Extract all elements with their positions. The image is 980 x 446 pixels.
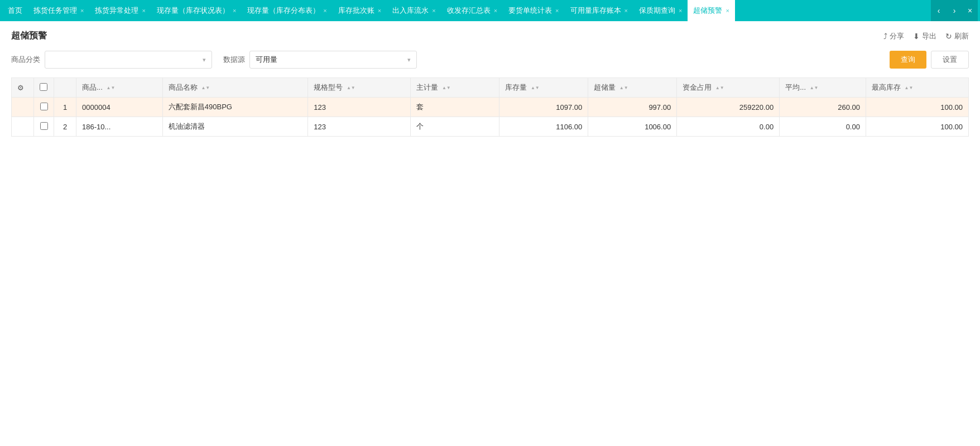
nav-close-order-stats[interactable]: × <box>555 7 559 14</box>
share-action[interactable]: ⤴ 分享 <box>883 31 904 41</box>
sort-icon-stock-qty: ▲▼ <box>531 86 540 90</box>
td-max-stock-0: 100.00 <box>866 98 968 117</box>
filter-row: 商品分类 ▾ 数据源 可用量 ▾ 查询 设置 <box>11 51 969 69</box>
th-gear[interactable]: ⚙ <box>12 78 34 98</box>
header-actions: ⤴ 分享 ⬇ 导出 ↻ 刷新 <box>883 31 969 41</box>
td-gear-0 <box>12 98 34 117</box>
category-chevron-icon: ▾ <box>203 56 206 64</box>
td-unit-0: 套 <box>411 98 499 117</box>
td-product-code-0: 0000004 <box>76 98 163 117</box>
datasource-filter-label: 数据源 <box>223 55 245 65</box>
category-filter-label: 商品分类 <box>11 55 40 65</box>
th-max-stock[interactable]: 最高库存 ▲▼ <box>866 78 968 98</box>
settings-button[interactable]: 设置 <box>931 51 969 69</box>
nav-prev-button[interactable]: ‹ <box>931 0 947 21</box>
category-select[interactable]: ▾ <box>45 51 212 69</box>
nav-available-ledger[interactable]: 可用量库存账本 × <box>565 0 633 21</box>
datasource-select-value: 可用量 <box>256 55 277 65</box>
nav-inventory-status[interactable]: 现存量（库存状况表） × <box>151 0 242 21</box>
nav-next-button[interactable]: › <box>947 0 962 21</box>
refresh-icon: ↻ <box>945 32 952 41</box>
row-checkbox-1[interactable] <box>40 122 48 130</box>
nav-overstock-warning[interactable]: 超储预警 × <box>688 0 734 21</box>
td-product-code-1: 186-10... <box>76 117 163 137</box>
gear-icon: ⚙ <box>17 84 24 92</box>
td-stock-qty-1: 1106.00 <box>499 117 588 137</box>
nav-close-task-mgmt[interactable]: × <box>80 7 84 14</box>
query-button[interactable]: 查询 <box>890 51 926 69</box>
th-avg[interactable]: 平均... ▲▼ <box>780 78 866 98</box>
category-filter-group: 商品分类 ▾ <box>11 51 212 69</box>
td-gear-1 <box>12 117 34 137</box>
page-container: 超储预警 ⤴ 分享 ⬇ 导出 ↻ 刷新 商品分类 ▾ 数据源 <box>0 21 980 146</box>
datasource-select[interactable]: 可用量 ▾ <box>249 51 417 69</box>
nav-order-stats[interactable]: 要货单统计表 × <box>503 0 564 21</box>
sort-icon-product-code: ▲▼ <box>106 86 115 90</box>
nav-close-available-ledger[interactable]: × <box>624 7 628 14</box>
td-unit-1: 个 <box>411 117 499 137</box>
export-action[interactable]: ⬇ 导出 <box>913 31 936 41</box>
nav-close-quality-period[interactable]: × <box>679 7 682 14</box>
td-avg-0: 260.00 <box>780 98 866 117</box>
nav-close-overstock-warning[interactable]: × <box>726 7 729 14</box>
nav-close-inout-flow[interactable]: × <box>432 7 435 14</box>
sort-icon-overstock-qty: ▲▼ <box>619 86 628 90</box>
nav-close-inventory-dist[interactable]: × <box>323 7 326 14</box>
datasource-filter-group: 数据源 可用量 ▾ <box>223 51 417 69</box>
th-overstock-qty[interactable]: 超储量 ▲▼ <box>588 78 677 98</box>
td-checkbox-0[interactable] <box>34 98 54 117</box>
th-unit[interactable]: 主计量 ▲▼ <box>411 78 499 98</box>
page-title: 超储预警 <box>11 30 47 42</box>
td-overstock-qty-1: 1006.00 <box>588 117 677 137</box>
nav-arrows: ‹ › × <box>931 0 978 21</box>
nav-home[interactable]: 首页 <box>2 0 28 21</box>
td-stock-qty-0: 1097.00 <box>499 98 588 117</box>
th-capital-occ[interactable]: 资金占用 ▲▼ <box>677 78 780 98</box>
nav-close-abnormal[interactable]: × <box>142 7 145 14</box>
th-spec[interactable]: 规格型号 ▲▼ <box>308 78 411 98</box>
td-overstock-qty-0: 997.00 <box>588 98 677 117</box>
td-spec-1: 123 <box>308 117 411 137</box>
nav-inout-flow[interactable]: 出入库流水 × <box>387 0 441 21</box>
nav-close-batch[interactable]: × <box>378 7 381 14</box>
th-checkbox[interactable] <box>34 78 54 98</box>
th-product-name[interactable]: 商品名称 ▲▼ <box>162 78 308 98</box>
sort-icon-avg: ▲▼ <box>810 86 819 90</box>
td-spec-0: 123 <box>308 98 411 117</box>
th-max-stock-label: 最高库存 <box>872 83 901 91</box>
nav-batch[interactable]: 库存批次账 × <box>333 0 387 21</box>
refresh-action[interactable]: ↻ 刷新 <box>945 31 969 41</box>
th-row-num <box>54 78 76 98</box>
sort-icon-spec: ▲▼ <box>347 86 356 90</box>
nav-inventory-dist[interactable]: 现存量（库存分布表） × <box>242 0 332 21</box>
td-product-name-0: 六配套新昌490BPG <box>162 98 308 117</box>
table-row: 2 186-10... 机油滤清器 123 个 1106.00 1006.00 … <box>12 117 969 137</box>
th-stock-qty[interactable]: 库存量 ▲▼ <box>499 78 588 98</box>
select-all-checkbox[interactable] <box>40 83 47 91</box>
th-spec-label: 规格型号 <box>314 83 343 91</box>
table-row: 1 0000004 六配套新昌490BPG 123 套 1097.00 997.… <box>12 98 969 117</box>
td-row-num-1: 2 <box>54 117 76 137</box>
nav-close-inventory-status[interactable]: × <box>233 7 236 14</box>
nav-quality-period[interactable]: 保质期查询 × <box>633 0 688 21</box>
nav-close-all-button[interactable]: × <box>962 0 978 21</box>
td-capital-occ-0: 259220.00 <box>677 98 780 117</box>
th-avg-label: 平均... <box>785 83 806 91</box>
nav-close-collect-summary[interactable]: × <box>494 7 497 14</box>
nav-collect-summary[interactable]: 收发存汇总表 × <box>441 0 503 21</box>
td-capital-occ-1: 0.00 <box>677 117 780 137</box>
nav-bar: 首页 拣货任务管理 × 拣货异常处理 × 现存量（库存状况表） × 现存量（库存… <box>0 0 980 21</box>
sort-icon-unit: ▲▼ <box>442 86 451 90</box>
sort-icon-capital-occ: ▲▼ <box>715 86 724 90</box>
row-checkbox-0[interactable] <box>40 103 48 110</box>
nav-abnormal[interactable]: 拣货异常处理 × <box>89 0 151 21</box>
td-row-num-0: 1 <box>54 98 76 117</box>
th-capital-occ-label: 资金占用 <box>683 83 712 91</box>
filter-actions: 查询 设置 <box>890 51 969 69</box>
td-max-stock-1: 100.00 <box>866 117 968 137</box>
data-table: ⚙ 商品... ▲▼ 商品名称 ▲▼ 规格型号 ▲▼ <box>11 77 969 137</box>
td-checkbox-1[interactable] <box>34 117 54 137</box>
page-header: 超储预警 ⤴ 分享 ⬇ 导出 ↻ 刷新 <box>11 30 969 42</box>
nav-task-mgmt[interactable]: 拣货任务管理 × <box>28 0 89 21</box>
th-product-code[interactable]: 商品... ▲▼ <box>76 78 163 98</box>
